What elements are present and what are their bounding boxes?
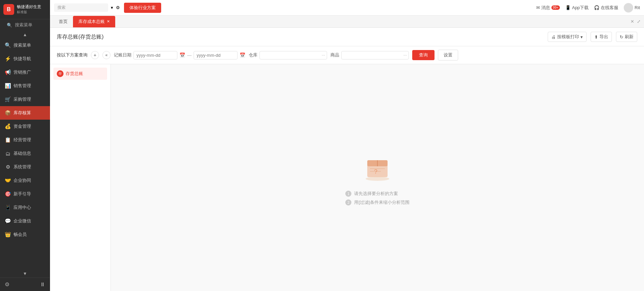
query-btn[interactable]: 查询 xyxy=(412,50,435,60)
basic-nav-label: 基础信息 xyxy=(14,150,31,156)
system-nav-label: 系统管理 xyxy=(14,164,31,170)
app-name: 畅捷通好生意 xyxy=(17,4,41,10)
sidebar-item-finance[interactable]: 💰 资金管理 xyxy=(0,120,50,133)
trial-btn[interactable]: 体验行业方案 xyxy=(124,3,161,13)
sidebar-footer: ⚙ ⏸ xyxy=(0,277,50,291)
scheme-icon: 存 xyxy=(57,70,64,77)
quicknav-nav-icon: ⚡ xyxy=(5,56,11,62)
warehouse-label: 仓库 xyxy=(249,52,257,58)
inventory-nav-label: 库存核算 xyxy=(14,110,31,116)
sidebar-item-apps[interactable]: 📱 应用中心 xyxy=(0,201,50,214)
export-label: 导出 xyxy=(599,34,608,40)
calendar-end-icon[interactable]: 📅 xyxy=(240,52,245,58)
marketing-nav-label: 营销推广 xyxy=(14,69,31,75)
filter-label: 按以下方案查询 xyxy=(57,52,88,58)
sales-nav-label: 销售管理 xyxy=(14,83,31,89)
app-logo: B 畅捷通好生意 标准版 xyxy=(0,0,50,19)
tab-home[interactable]: 首页 xyxy=(53,16,73,27)
finance-nav-icon: 💰 xyxy=(5,123,11,129)
date-start-input[interactable] xyxy=(133,51,177,59)
hint-item-1: 1 请先选择要分析的方案 xyxy=(345,191,409,197)
search-nav-label: 搜索菜单 xyxy=(14,42,31,48)
sidebar-nav: 🔍 搜索菜单 ⚡ 快捷导航 📢 营销推广 📊 销售管理 🛒 采购管理 📦 库存核… xyxy=(0,39,50,270)
empty-state: ? 1 请先选择要分析的方案 2 用[过滤]条件来缩小分析范围 xyxy=(345,150,409,205)
product-select-wrapper xyxy=(341,51,409,59)
tab-bar-expand-btn[interactable]: ⤢ xyxy=(637,19,641,24)
scroll-up-btn[interactable]: ▲ xyxy=(0,31,50,39)
apps-nav-icon: 📱 xyxy=(5,204,11,211)
filter-warehouse-group: 仓库 xyxy=(249,51,327,59)
scheme-item-inventory[interactable]: 存 存货总账 xyxy=(53,68,107,80)
inventory-nav-icon: 📦 xyxy=(5,110,11,116)
tab-inventory-ledger[interactable]: 库存成本总账 ✕ xyxy=(73,16,115,27)
tab-home-label: 首页 xyxy=(59,19,68,25)
sidebar-item-basic[interactable]: 🗂 基础信息 xyxy=(0,147,50,160)
sidebar-item-cooperation[interactable]: 🤝 企业协同 xyxy=(0,174,50,187)
sidebar-item-system[interactable]: ⚙ 系统管理 xyxy=(0,160,50,174)
sidebar-item-operation[interactable]: 📋 经营管理 xyxy=(0,133,50,147)
sales-nav-icon: 📊 xyxy=(5,83,11,89)
calendar-start-icon[interactable]: 📅 xyxy=(179,52,185,58)
online-support-btn[interactable]: 🎧 在线客服 xyxy=(594,5,618,11)
filter-bar: 按以下方案查询 + « 记账日期 📅 — 📅 仓库 商品 xyxy=(50,46,644,64)
page-header-actions: 🖨 按模板打印 ▾ ⬆ 导出 ↻ 刷新 xyxy=(548,32,637,42)
search-nav-icon: 🔍 xyxy=(5,42,11,48)
settings-icon[interactable]: ⚙ xyxy=(5,281,9,288)
export-btn[interactable]: ⬆ 导出 xyxy=(591,32,612,42)
scroll-down-btn[interactable]: ▼ xyxy=(0,270,50,277)
avatar xyxy=(624,3,633,13)
settings-btn[interactable]: 设置 xyxy=(438,50,458,60)
tab-close-icon[interactable]: ✕ xyxy=(107,19,110,24)
finance-nav-label: 资金管理 xyxy=(14,123,31,129)
header-dropdown-arrow[interactable]: ▾ xyxy=(111,5,113,10)
sidebar-item-guide[interactable]: 🎯 新手引导 xyxy=(0,187,50,201)
sidebar-item-wechat[interactable]: 💬 企业微信 xyxy=(0,214,50,228)
cooperation-nav-icon: 🤝 xyxy=(5,177,11,184)
print-icon: 🖨 xyxy=(551,34,556,40)
messages-btn[interactable]: ✉ 消息 99+ xyxy=(536,5,560,11)
template-print-btn[interactable]: 🖨 按模板打印 ▾ xyxy=(548,32,587,42)
sidebar-item-sales[interactable]: 📊 销售管理 xyxy=(0,79,50,93)
basic-nav-icon: 🗂 xyxy=(5,150,11,156)
header-actions: ✉ 消息 99+ 📱 App下载 🎧 在线客服 Rit xyxy=(536,3,640,13)
headset-icon: 🎧 xyxy=(594,5,599,10)
apps-nav-label: 应用中心 xyxy=(14,204,31,211)
guide-nav-icon: 🎯 xyxy=(5,191,11,197)
header-settings-icon[interactable]: ⚙ xyxy=(116,5,120,10)
svg-point-5 xyxy=(366,177,389,181)
member-nav-label: 畅会员 xyxy=(14,232,27,238)
product-select[interactable] xyxy=(341,51,409,59)
marketing-nav-icon: 📢 xyxy=(5,69,11,75)
date-field-label: 记账日期 xyxy=(114,52,131,58)
filter-collapse-btn[interactable]: « xyxy=(102,51,110,59)
purchase-nav-label: 采购管理 xyxy=(14,96,31,102)
sidebar-search-label: 搜索菜单 xyxy=(15,22,32,28)
tab-bar-close-btn[interactable]: ✕ xyxy=(630,19,634,24)
sidebar-item-marketing[interactable]: 📢 营销推广 xyxy=(0,66,50,79)
logo-text-group: 畅捷通好生意 标准版 xyxy=(17,4,41,15)
sidebar-item-purchase[interactable]: 🛒 采购管理 xyxy=(0,93,50,106)
page-title: 库存总账(存货总账) xyxy=(57,33,104,41)
header-search-area[interactable]: 搜索 xyxy=(54,3,108,12)
sidebar-item-quicknav[interactable]: ⚡ 快捷导航 xyxy=(0,52,50,66)
user-avatar[interactable]: Rit xyxy=(624,3,640,13)
refresh-label: 刷新 xyxy=(625,34,634,40)
filter-product-group: 商品 xyxy=(330,51,409,59)
date-end-input[interactable] xyxy=(194,51,238,59)
print-dropdown-arrow[interactable]: ▾ xyxy=(580,34,583,40)
collapse-icon[interactable]: ⏸ xyxy=(40,282,45,288)
filter-add-btn[interactable]: + xyxy=(91,51,99,59)
warehouse-select[interactable] xyxy=(259,51,327,59)
sidebar-item-member[interactable]: 👑 畅会员 xyxy=(0,228,50,241)
template-print-label: 按模板打印 xyxy=(557,34,579,40)
member-nav-icon: 👑 xyxy=(5,232,11,238)
hint-item-2: 2 用[过滤]条件来缩小分析范围 xyxy=(345,199,409,205)
scheme-panel: 存 存货总账 xyxy=(50,64,111,291)
app-download-btn[interactable]: 📱 App下载 xyxy=(565,5,589,11)
sidebar-item-inventory[interactable]: 📦 库存核算 xyxy=(0,106,50,120)
sidebar-search[interactable]: 🔍 搜索菜单 xyxy=(0,19,50,31)
refresh-btn[interactable]: ↻ 刷新 xyxy=(616,32,637,42)
sidebar-item-search[interactable]: 🔍 搜索菜单 xyxy=(0,39,50,52)
empty-hints: 1 请先选择要分析的方案 2 用[过滤]条件来缩小分析范围 xyxy=(345,191,409,205)
search-icon: 🔍 xyxy=(7,23,12,28)
